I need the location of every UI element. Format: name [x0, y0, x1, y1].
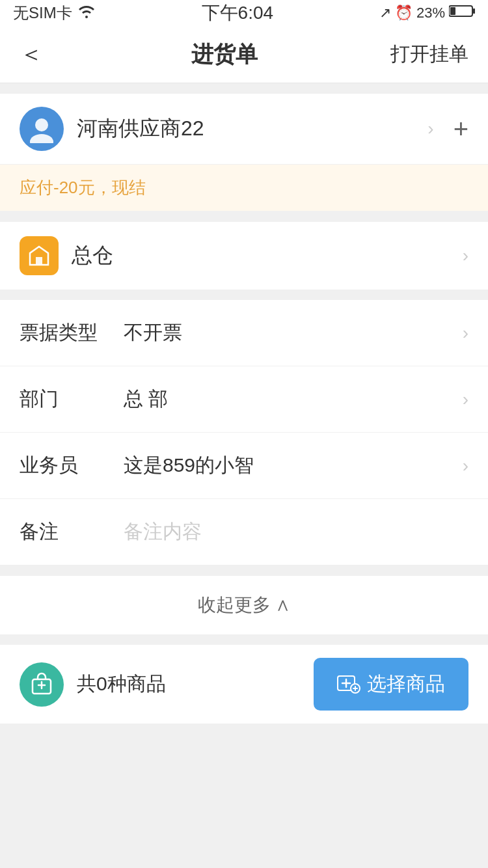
svg-rect-5 — [36, 257, 42, 265]
remark-label: 备注 — [20, 519, 111, 545]
location-icon: ↗ — [379, 5, 391, 21]
department-row[interactable]: 部门 总 部 › — [0, 366, 488, 433]
collapse-label: 收起更多 ∧ — [198, 595, 291, 615]
notice-row: 应付-20元，现结 — [0, 165, 488, 211]
salesman-value: 这是859的小智 — [111, 452, 463, 479]
battery-icon — [449, 5, 475, 21]
warehouse-chevron-icon: › — [463, 245, 468, 266]
supplier-row[interactable]: 河南供应商22 › + — [0, 94, 488, 165]
open-pending-button[interactable]: 打开挂单 — [390, 41, 468, 68]
supplier-name: 河南供应商22 — [77, 115, 427, 143]
add-supplier-button[interactable]: + — [454, 115, 468, 144]
battery-text: 23% — [416, 5, 445, 21]
supplier-section: 河南供应商22 › + 应付-20元，现结 — [0, 94, 488, 211]
invoice-type-value: 不开票 — [111, 319, 463, 346]
back-button[interactable]: ＜ — [20, 38, 59, 70]
supplier-chevron-icon: › — [427, 118, 433, 139]
salesman-chevron-icon: › — [463, 455, 468, 476]
invoice-type-chevron-icon: › — [463, 323, 468, 344]
remark-placeholder: 备注内容 — [111, 519, 468, 545]
warehouse-row[interactable]: 总仓 › — [0, 221, 488, 290]
warehouse-name: 总仓 — [72, 241, 463, 270]
product-icon — [20, 662, 64, 707]
department-value: 总 部 — [111, 386, 463, 413]
invoice-type-label: 票据类型 — [20, 319, 111, 346]
svg-rect-1 — [473, 8, 475, 14]
invoice-type-row[interactable]: 票据类型 不开票 › — [0, 300, 488, 366]
wifi-icon — [77, 4, 96, 22]
form-section: 票据类型 不开票 › 部门 总 部 › 业务员 这是859的小智 › 备注 备注… — [0, 300, 488, 565]
department-chevron-icon: › — [463, 389, 468, 410]
section-divider-2 — [0, 211, 488, 221]
remark-row[interactable]: 备注 备注内容 — [0, 499, 488, 565]
page-title: 进货单 — [191, 40, 258, 70]
svg-point-4 — [30, 134, 53, 143]
section-divider-1 — [0, 83, 488, 94]
status-time: 下午6:04 — [202, 1, 274, 25]
bottom-bar: 共0种商品 选择商品 — [0, 645, 488, 724]
supplier-avatar — [20, 107, 64, 151]
product-count: 共0种商品 — [77, 671, 301, 698]
svg-point-3 — [35, 118, 48, 131]
warehouse-section: 总仓 › — [0, 221, 488, 290]
nav-bar: ＜ 进货单 打开挂单 — [0, 26, 488, 83]
select-product-label: 选择商品 — [367, 671, 445, 698]
warehouse-icon — [20, 236, 59, 275]
salesman-label: 业务员 — [20, 452, 111, 479]
svg-rect-2 — [450, 7, 455, 15]
status-right: ↗ ⏰ 23% — [379, 5, 475, 21]
select-product-button[interactable]: 选择商品 — [314, 658, 468, 711]
page-body: 河南供应商22 › + 应付-20元，现结 总仓 › 票据类型 不开票 › — [0, 83, 488, 724]
status-left: 无SIM卡 — [13, 3, 96, 23]
salesman-row[interactable]: 业务员 这是859的小智 › — [0, 433, 488, 499]
collapse-row[interactable]: 收起更多 ∧ — [0, 575, 488, 634]
carrier-text: 无SIM卡 — [13, 3, 72, 23]
department-label: 部门 — [20, 386, 111, 413]
notice-text: 应付-20元，现结 — [20, 178, 146, 197]
status-bar: 无SIM卡 下午6:04 ↗ ⏰ 23% — [0, 0, 488, 26]
alarm-icon: ⏰ — [395, 5, 413, 21]
